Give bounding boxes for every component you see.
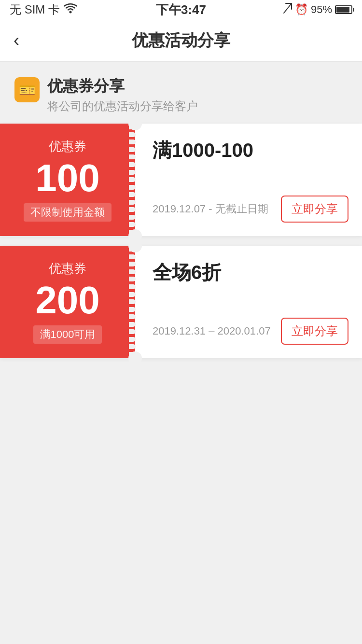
status-left: 无 SIM 卡 [10, 2, 77, 17]
coupon-right-1: 满1000-100 2019.12.07 - 无截止日期 立即分享 [135, 124, 362, 236]
nav-title: 优惠活动分享 [132, 29, 230, 52]
battery-percent: 95% [311, 3, 332, 16]
status-right: ⏰ 95% [283, 3, 352, 16]
alarm-icon: ⏰ [295, 3, 308, 16]
coupon-value-1: 100 [35, 159, 99, 197]
coupon-card-2: 优惠券 200 满1000可用 全场6折 2019.12.31 – 2020.0… [0, 246, 362, 358]
coupon-name-1: 满1000-100 [153, 137, 348, 164]
coupon-left-1: 优惠券 100 不限制使用金额 [0, 124, 135, 236]
coupon-date-1: 2019.12.07 - 无截止日期 [153, 202, 268, 216]
zigzag-1 [129, 124, 136, 236]
section-icon: 🎫 [14, 77, 40, 102]
nav-bar: ‹ 优惠活动分享 [0, 19, 362, 62]
coupon-condition-2: 满1000可用 [33, 325, 102, 344]
wifi-icon [64, 3, 77, 16]
coupon-bottom-2: 2019.12.31 – 2020.01.07 立即分享 [153, 318, 348, 345]
location-icon [283, 3, 292, 16]
coupon-label-2: 优惠券 [49, 260, 86, 277]
status-bar: 无 SIM 卡 下午3:47 ⏰ 95% [0, 0, 362, 19]
battery-icon [335, 5, 352, 14]
coupon-label-1: 优惠券 [49, 138, 86, 155]
back-button[interactable]: ‹ [14, 30, 19, 51]
section-header: 🎫 优惠券分享 将公司的优惠活动分享给客户 [0, 62, 362, 124]
zigzag-2 [129, 246, 136, 358]
coupon-bottom-1: 2019.12.07 - 无截止日期 立即分享 [153, 196, 348, 223]
section-title: 优惠券分享 [47, 76, 198, 97]
empty-area [0, 378, 362, 644]
coupon-name-2: 全场6折 [153, 259, 348, 286]
coupon-condition-1: 不限制使用金额 [24, 203, 111, 222]
coupon-left-2: 优惠券 200 满1000可用 [0, 246, 135, 358]
coupon-right-2: 全场6折 2019.12.31 – 2020.01.07 立即分享 [135, 246, 362, 358]
coupon-date-2: 2019.12.31 – 2020.01.07 [153, 325, 271, 337]
share-button-1[interactable]: 立即分享 [281, 196, 348, 223]
coupon-value-2: 200 [35, 281, 99, 320]
coupon-list: 优惠券 100 不限制使用金额 满1000-100 2019.12.07 - 无… [0, 124, 362, 378]
section-subtitle: 将公司的优惠活动分享给客户 [47, 98, 198, 114]
share-button-2[interactable]: 立即分享 [281, 318, 348, 345]
status-time: 下午3:47 [156, 1, 206, 18]
carrier-text: 无 SIM 卡 [10, 2, 60, 17]
coupon-card-1: 优惠券 100 不限制使用金额 满1000-100 2019.12.07 - 无… [0, 124, 362, 236]
section-text: 优惠券分享 将公司的优惠活动分享给客户 [47, 76, 198, 114]
svg-point-0 [70, 11, 72, 14]
